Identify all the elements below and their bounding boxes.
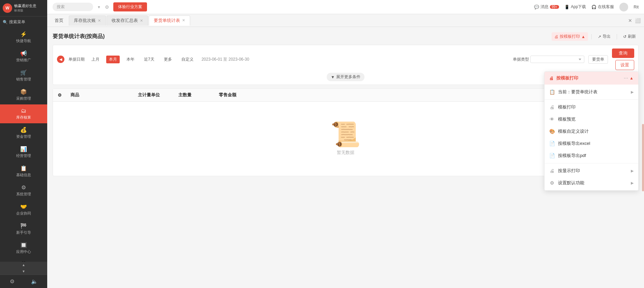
- sidebar-item-basic[interactable]: 📋 基础信息: [0, 162, 47, 181]
- experience-btn[interactable]: 体验行业方案: [113, 2, 147, 11]
- close-tab-icon[interactable]: ✕: [627, 17, 633, 24]
- guide-icon: 🏁: [20, 223, 27, 229]
- sidebar-item-app-center[interactable]: 🔲 应用中心: [0, 238, 47, 258]
- print-template-btn[interactable]: 🖨 按模板打印 ▲: [552, 32, 588, 41]
- sidebar-item-quick-nav[interactable]: ⚡ 快捷导航: [0, 28, 47, 47]
- th-goods: 商品: [66, 92, 134, 98]
- goods-type-label: 要货单: [592, 57, 604, 62]
- scroll-down-btn[interactable]: ▼: [0, 268, 47, 275]
- search-menu-btn[interactable]: 🔍 搜索菜单: [0, 17, 47, 28]
- refresh-icon: ↺: [623, 34, 626, 39]
- sidebar-item-label: 库存核算: [16, 115, 31, 120]
- page-title: 要货单统计表(按商品): [53, 33, 105, 40]
- sidebar-item-label: 采购管理: [16, 96, 31, 101]
- audio-bottom-icon[interactable]: 🔈: [29, 278, 40, 285]
- display-print-icon: 🖨: [549, 168, 555, 173]
- messages-btn[interactable]: 💬 消息 99+: [534, 4, 559, 10]
- refresh-btn[interactable]: ↺ 刷新: [620, 32, 639, 41]
- quick-nav-icon: ⚡: [20, 31, 27, 37]
- export-excel-icon: 📄: [549, 141, 555, 146]
- dropdown-item-template-preview[interactable]: 👁 模板预览: [545, 113, 638, 125]
- date-btn-last-7-days[interactable]: 近7天: [141, 56, 157, 63]
- dropdown-current-section: 📋 当前：要货单统计表 ▶: [545, 85, 638, 100]
- dropdown-item-template-print[interactable]: 🖨 模板打印: [545, 101, 638, 113]
- dropdown-item-template-design[interactable]: 🎨 模板自定义设计: [545, 125, 638, 137]
- messages-badge: 99+: [550, 5, 559, 9]
- settings-bottom-icon[interactable]: ⚙: [8, 278, 17, 285]
- dropdown-item-export-pdf[interactable]: 📄 按模板导出pdf: [545, 150, 638, 162]
- sidebar-item-inventory[interactable]: 🗂 库存核算: [0, 104, 47, 123]
- template-preview-label: 模板预览: [558, 116, 576, 122]
- sidebar-item-label: 销售管理: [16, 77, 31, 82]
- tab-requisition-stats-close[interactable]: ✕: [182, 18, 185, 23]
- sidebar-item-label: 系统管理: [16, 192, 31, 197]
- sidebar-item-system[interactable]: ⚙ 系统管理: [0, 181, 47, 200]
- sidebar-item-purchase[interactable]: 📦 采购管理: [0, 85, 47, 104]
- sidebar-item-operation[interactable]: 📊 经营管理: [0, 142, 47, 162]
- right-scrollbar[interactable]: [642, 124, 644, 191]
- dropdown-template-section: 🖨 模板打印 👁 模板预览 🎨 模板自定义设计 📄 按模板导出excel 📄: [545, 100, 638, 163]
- user-avatar[interactable]: [619, 3, 628, 11]
- export-btn[interactable]: ↗ 导出: [595, 32, 613, 41]
- dropdown-current-inner: 📋 当前：要货单统计表: [549, 89, 597, 95]
- sidebar-item-sales[interactable]: 🛒 销售管理: [0, 66, 47, 85]
- main-area: 搜索 ▼ ⚙ 体验行业方案 💬 消息 99+ 📱 App下载 🎧 在线客服 Ri…: [47, 0, 644, 288]
- filter-right-actions: 查询 设置: [612, 49, 634, 70]
- sidebar-item-wechat[interactable]: 💬 企业微信: [0, 258, 47, 262]
- dropdown-current-item[interactable]: 📋 当前：要货单统计表 ▶: [545, 86, 638, 98]
- template-design-label: 模板自定义设计: [558, 128, 589, 134]
- dropdown-header[interactable]: 🖨 按模板打印 ··· ▲: [545, 72, 638, 85]
- topbar-search-input[interactable]: 搜索: [53, 3, 93, 11]
- sidebar-item-label: 新手引导: [16, 230, 31, 235]
- tab-inventory-batch-close[interactable]: ✕: [98, 19, 101, 23]
- th-settings[interactable]: ⚙: [53, 93, 66, 98]
- topbar-dropdown-chevron[interactable]: ▼: [97, 5, 101, 9]
- maximize-icon[interactable]: ⬜: [634, 17, 641, 24]
- query-btn[interactable]: 查询: [612, 49, 634, 58]
- export-excel-label: 按模板导出excel: [558, 140, 590, 147]
- topbar-settings-icon[interactable]: ⚙: [105, 4, 109, 10]
- inventory-icon: 🗂: [21, 108, 26, 114]
- action-divider-1: [591, 34, 592, 39]
- user-name[interactable]: Rit: [634, 5, 639, 9]
- settings-btn[interactable]: 设置: [615, 60, 634, 70]
- tabbar: 首页 库存批次账 ✕ 收发存汇总表 ✕ 要货单统计表 ✕ ✕ ⬜: [47, 14, 644, 27]
- dropdown-display-section: 🖨 按显示打印 ▶ ⚙ 设置默认功能 ▶: [545, 163, 638, 190]
- tab-receivable-summary-close[interactable]: ✕: [140, 19, 143, 23]
- tab-inventory-batch[interactable]: 库存批次账 ✕: [69, 15, 106, 26]
- sidebar-item-guide[interactable]: 🏁 新手引导: [0, 219, 47, 238]
- filter-collapse-btn[interactable]: ◀: [57, 56, 64, 63]
- set-default-label: 设置默认功能: [558, 180, 584, 186]
- scroll-up-btn[interactable]: ▲: [0, 262, 47, 268]
- date-btn-current-month[interactable]: 本月: [106, 56, 120, 63]
- sidebar-item-marketing[interactable]: 📢 营销推广: [0, 47, 47, 66]
- sidebar-item-enterprise[interactable]: 🤝 企业协同: [0, 200, 47, 219]
- dropdown-item-export-excel[interactable]: 📄 按模板导出excel: [545, 137, 638, 150]
- dropdown-item-display-print[interactable]: 🖨 按显示打印 ▶: [545, 165, 638, 177]
- order-type-select[interactable]: [530, 56, 584, 63]
- refresh-label: 刷新: [628, 34, 636, 39]
- dropdown-print-icon: 🖨: [549, 76, 554, 81]
- content-area: 要货单统计表(按商品) 🖨 按模板打印 ▲ ↗ 导出 ↺ 刷新: [47, 27, 644, 288]
- print-chevron-up-icon: ▲: [581, 34, 585, 39]
- display-print-inner: 🖨 按显示打印: [549, 168, 580, 174]
- online-service-btn[interactable]: 🎧 在线客服: [591, 4, 614, 10]
- dropdown-item-set-default[interactable]: ⚙ 设置默认功能 ▶: [545, 177, 638, 189]
- date-btn-current-year[interactable]: 本年: [124, 56, 137, 63]
- current-template-icon: 📋: [549, 89, 555, 95]
- order-type-label: 单据类型: [513, 57, 529, 62]
- date-btn-custom[interactable]: 自定义: [179, 56, 196, 63]
- date-btn-prev-month[interactable]: 上月: [89, 56, 102, 63]
- goods-type-badge: 要货单: [588, 55, 608, 64]
- tab-requisition-stats[interactable]: 要货单统计表 ✕: [149, 15, 190, 26]
- expand-more-btn[interactable]: ▼ 展开更多条件: [327, 73, 364, 81]
- set-default-expand-icon: ▶: [631, 181, 634, 185]
- sidebar-item-label: 经营管理: [16, 153, 31, 158]
- sidebar-item-finance[interactable]: 💰 资金管理: [0, 123, 47, 142]
- tab-receivable-summary[interactable]: 收发存汇总表 ✕: [107, 15, 148, 26]
- tab-home[interactable]: 首页: [50, 15, 68, 26]
- service-icon: 🎧: [591, 5, 596, 9]
- date-btn-more[interactable]: 更多: [161, 56, 175, 63]
- app-download-btn[interactable]: 📱 App下载: [564, 4, 586, 10]
- filter-action-row: 查询: [612, 49, 634, 58]
